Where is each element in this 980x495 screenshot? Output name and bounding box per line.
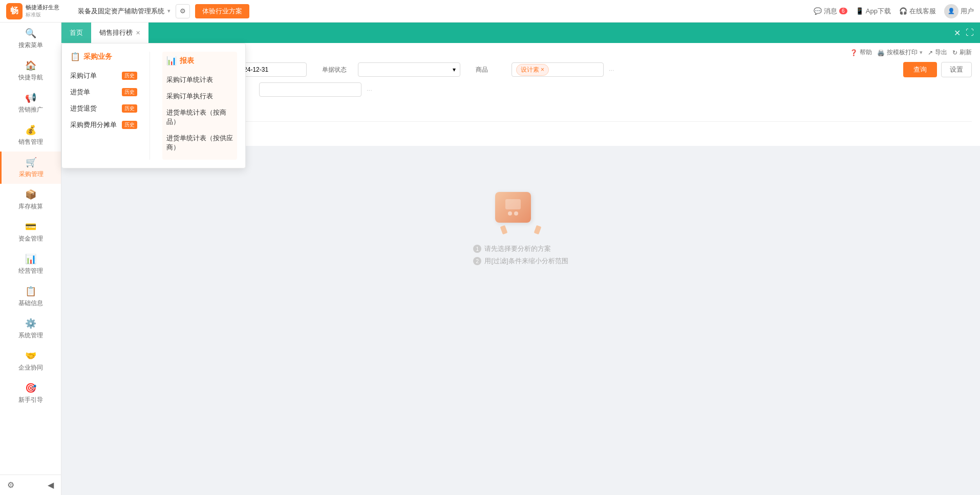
top-bar: 畅 畅捷通好生意 标准版 装备及固定资产辅助管理系统 ▾ ⚙ 体验行业方案 💬 … xyxy=(0,0,980,23)
system-title: 装备及固定资产辅助管理系统 ▾ xyxy=(78,7,171,16)
export-icon: ↗ xyxy=(928,49,933,56)
report-icon: 📊 xyxy=(166,56,177,66)
empty-line-2: 2 用[过滤]条件来缩小分析范围 xyxy=(473,256,568,266)
history-badge: 历史 xyxy=(122,104,137,113)
salesperson-dots[interactable]: ··· xyxy=(367,86,372,94)
sales-icon: 💰 xyxy=(25,124,36,136)
phone-icon: 📱 xyxy=(856,7,864,15)
export-button[interactable]: ↗ 导出 xyxy=(928,48,947,57)
sidebar-item-search[interactable]: 🔍 搜索菜单 xyxy=(0,23,61,55)
logo-text: 畅捷通好生意 标准版 xyxy=(26,4,59,18)
step-2-icon: 2 xyxy=(473,257,481,265)
search-icon: 🔍 xyxy=(25,28,36,39)
purchase-business-section: 📋 采购业务 采购订单 历史 进货单 历史 进货退货 历史 采购费用分摊单 历史 xyxy=(70,52,137,160)
tab-sales-ranking[interactable]: 销售排行榜 ✕ xyxy=(91,23,148,43)
purchase-icon: 🛒 xyxy=(26,157,37,168)
sidebar-settings-button[interactable]: ⚙ xyxy=(7,480,14,490)
app-download-button[interactable]: 📱 App下载 xyxy=(856,7,891,16)
help-button[interactable]: ❓ 帮助 xyxy=(850,48,872,57)
operations-icon: 📊 xyxy=(25,253,36,265)
sidebar-item-basic-info[interactable]: 📋 基础信息 xyxy=(0,281,61,313)
tab-home[interactable]: 首页 xyxy=(61,23,91,43)
online-service-button[interactable]: 🎧 在线客服 xyxy=(899,7,936,16)
report-title: 📊 报表 xyxy=(166,56,233,66)
empty-line-1: 1 请先选择要分析的方案 xyxy=(473,244,568,253)
purchase-expense-item[interactable]: 采购费用分摊单 历史 xyxy=(70,117,137,133)
purchase-dropdown-menu: 📋 采购业务 采购订单 历史 进货单 历史 进货退货 历史 采购费用分摊单 历史… xyxy=(61,43,246,168)
home-icon: 🏠 xyxy=(25,60,36,71)
tab-bar: 首页 销售排行榜 ✕ ✕ ⛶ xyxy=(61,23,980,43)
industry-button[interactable]: 体验行业方案 xyxy=(195,4,249,18)
top-bar-left: 畅 畅捷通好生意 标准版 装备及固定资产辅助管理系统 ▾ ⚙ 体验行业方案 xyxy=(6,3,249,19)
query-button[interactable]: 查询 xyxy=(903,62,937,77)
sidebar-item-purchase[interactable]: 🛒 采购管理 xyxy=(0,152,61,184)
purchase-order-exec-item[interactable]: 采购订单执行表 xyxy=(166,88,233,104)
sidebar: 🔍 搜索菜单 🏠 快捷导航 📢 营销推广 💰 销售管理 🛒 采购管理 📦 库存核… xyxy=(0,23,61,495)
purchase-receipt-item[interactable]: 进货单 历史 xyxy=(70,84,137,100)
purchase-order-stats-item[interactable]: 采购订单统计表 xyxy=(166,72,233,88)
goods-tag: 设计素 × xyxy=(516,64,549,76)
purchase-icon: 📋 xyxy=(70,52,80,61)
sidebar-item-operations[interactable]: 📊 经营管理 xyxy=(0,248,61,281)
user-avatar: 👤 xyxy=(944,4,958,18)
message-button[interactable]: 💬 消息 6 xyxy=(814,7,847,16)
sidebar-item-quick-nav[interactable]: 🏠 快捷导航 xyxy=(0,55,61,87)
empty-state: 1 请先选择要分析的方案 2 用[过滤]条件来缩小分析范围 xyxy=(61,146,980,307)
purchase-order-item[interactable]: 采购订单 历史 xyxy=(70,68,137,84)
sidebar-collapse-button[interactable]: ◀ xyxy=(48,480,54,490)
sidebar-item-system[interactable]: ⚙️ 系统管理 xyxy=(0,313,61,345)
purchase-receipt-stats-item[interactable]: 进货单统计表（按商品） xyxy=(166,104,233,130)
guide-icon: 🎯 xyxy=(25,382,36,394)
doc-status-select[interactable]: ▾ xyxy=(358,62,460,77)
doc-status-label: 单据状态 xyxy=(322,66,353,74)
cooperation-icon: 🤝 xyxy=(25,350,36,361)
print-button[interactable]: 🖨️ 按模板打印 ▾ xyxy=(877,48,923,57)
select-arrow-icon: ▾ xyxy=(453,66,456,73)
tab-close-button[interactable]: ✕ xyxy=(136,30,140,36)
sidebar-item-sales[interactable]: 💰 销售管理 xyxy=(0,119,61,152)
goods-label: 商品 xyxy=(476,66,506,74)
goods-filter-container: 设计素 × xyxy=(512,62,604,77)
help-icon: ❓ xyxy=(850,49,858,56)
user-menu-button[interactable]: 👤 用户 xyxy=(944,4,974,18)
marketing-icon: 📢 xyxy=(25,92,36,103)
logo-icon: 畅 xyxy=(6,3,23,19)
report-section: 📊 报表 采购订单统计表 采购订单执行表 进货单统计表（按商品） 进货单统计表（… xyxy=(162,52,238,160)
toolbar-right: ❓ 帮助 🖨️ 按模板打印 ▾ ↗ 导出 ↻ 刷新 xyxy=(850,48,972,57)
sidebar-item-cooperation[interactable]: 🤝 企业协同 xyxy=(0,345,61,377)
tab-expand-icon[interactable]: ⛶ xyxy=(966,28,974,37)
empty-illustration xyxy=(490,187,551,238)
tab-bar-actions: ✕ ⛶ xyxy=(954,28,980,38)
tab-close-icon[interactable]: ✕ xyxy=(954,28,961,38)
refresh-button[interactable]: ↻ 刷新 xyxy=(952,48,972,57)
sidebar-bottom: ⚙ ◀ xyxy=(0,475,61,495)
step-1-icon: 1 xyxy=(473,245,481,253)
dropdown-arrow-icon[interactable]: ▾ xyxy=(167,8,171,14)
history-badge: 历史 xyxy=(122,72,137,80)
salesperson-select[interactable] xyxy=(259,82,361,97)
action-buttons: 查询 设置 xyxy=(903,62,972,77)
sidebar-item-inventory[interactable]: 📦 库存核算 xyxy=(0,184,61,216)
sidebar-item-guide[interactable]: 🎯 新手引导 xyxy=(0,377,61,410)
logo-area: 畅 畅捷通好生意 标准版 xyxy=(6,3,68,19)
print-icon: 🖨️ xyxy=(877,49,885,56)
purchase-return-item[interactable]: 进货退货 历史 xyxy=(70,100,137,117)
purchase-business-title: 📋 采购业务 xyxy=(70,52,137,61)
settings-button[interactable]: 设置 xyxy=(941,62,972,77)
section-divider xyxy=(150,52,150,160)
sidebar-item-funds[interactable]: 💳 资金管理 xyxy=(0,216,61,248)
system-icon: ⚙️ xyxy=(25,318,36,329)
print-dropdown-arrow[interactable]: ▾ xyxy=(920,49,923,56)
history-badge: 历史 xyxy=(122,121,137,129)
settings-icon[interactable]: ⚙ xyxy=(176,4,190,18)
history-badge: 历史 xyxy=(122,88,137,96)
goods-more-dots[interactable]: ··· xyxy=(609,66,614,74)
purchase-supplier-stats-item[interactable]: 进货单统计表（按供应商） xyxy=(166,130,233,156)
sidebar-item-marketing[interactable]: 📢 营销推广 xyxy=(0,87,61,119)
message-icon: 💬 xyxy=(814,7,822,15)
refresh-icon: ↻ xyxy=(952,49,957,56)
headset-icon: 🎧 xyxy=(899,7,907,15)
top-bar-right: 💬 消息 6 📱 App下载 🎧 在线客服 👤 用户 xyxy=(814,4,974,18)
funds-icon: 💳 xyxy=(25,221,36,232)
empty-text-container: 1 请先选择要分析的方案 2 用[过滤]条件来缩小分析范围 xyxy=(473,244,568,266)
